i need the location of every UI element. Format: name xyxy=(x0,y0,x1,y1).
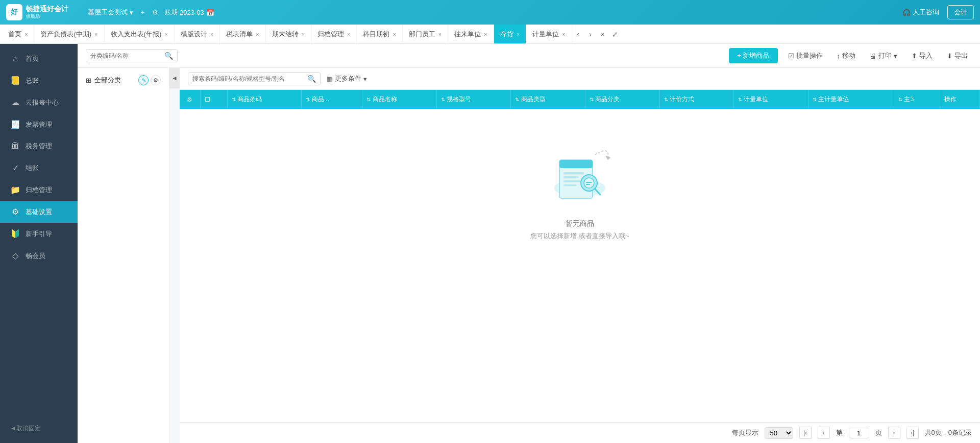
home-icon: ⌂ xyxy=(10,54,20,63)
tab-partner[interactable]: 往来单位 × xyxy=(448,25,494,44)
col-checkbox[interactable]: ☐ xyxy=(200,90,227,109)
tab-department[interactable]: 部门员工 × xyxy=(403,25,448,44)
sidebar-item-member[interactable]: ◇ 畅会员 xyxy=(0,245,78,267)
tab-bar: 首页 × 资产负债表(中期) × 收入支出表(年报) × 模版设计 × 税表清单… xyxy=(0,25,980,44)
product-search-input[interactable] xyxy=(192,75,304,82)
tab-home[interactable]: 首页 × xyxy=(2,25,34,44)
close-tab-unit[interactable]: × xyxy=(562,31,565,37)
sidebar-item-guide[interactable]: 🔰 新手引导 xyxy=(0,223,78,245)
last-page-button[interactable]: ›| xyxy=(906,427,919,439)
close-tab-period-end[interactable]: × xyxy=(302,31,305,37)
close-tab-tax[interactable]: × xyxy=(256,31,259,37)
cancel-fixed-button[interactable]: ◄取消固定 xyxy=(0,418,78,439)
col-name[interactable]: ⇅ 商品名称 xyxy=(362,90,437,109)
panel-collapse-button[interactable]: ◄ xyxy=(169,68,180,88)
tab-expand-button[interactable]: ⤢ xyxy=(609,28,621,40)
tab-template[interactable]: 模版设计 × xyxy=(175,25,220,44)
export-button[interactable]: ⬇ 导出 xyxy=(943,49,972,62)
page-number-input[interactable] xyxy=(849,428,869,438)
import-button[interactable]: ⬆ 导入 xyxy=(908,49,937,62)
close-tab-balance[interactable]: × xyxy=(94,31,97,37)
tab-balance[interactable]: 资产负债表(中期) × xyxy=(34,25,104,44)
company-selector[interactable]: 基层工会测试 ▾ xyxy=(88,8,133,17)
close-tab-inventory[interactable]: × xyxy=(517,31,520,37)
first-page-button[interactable]: |‹ xyxy=(799,427,812,439)
archive-icon: 📁 xyxy=(10,185,20,195)
ledger-icon: 📒 xyxy=(10,76,20,85)
tab-archive[interactable]: 归档管理 × xyxy=(311,25,357,44)
tab-close-all-button[interactable]: × xyxy=(597,28,609,40)
close-tab-template[interactable]: × xyxy=(210,31,213,37)
category-edit-button[interactable]: ✎ xyxy=(138,75,149,85)
page-size-select[interactable]: 50 10 20 100 xyxy=(765,427,793,439)
print-icon: 🖨 xyxy=(870,52,876,60)
add-tab-button[interactable]: ＋ xyxy=(139,8,146,17)
category-settings-button[interactable]: ⚙ xyxy=(151,75,161,85)
add-product-button[interactable]: + 新增商品 xyxy=(729,48,777,63)
batch-icon: ☑ xyxy=(788,52,794,60)
product-search-box[interactable]: 🔍 xyxy=(188,72,321,85)
dropdown-icon: ▾ xyxy=(363,75,367,83)
prev-page-button[interactable]: ‹ xyxy=(818,427,830,439)
close-tab-home[interactable]: × xyxy=(24,31,28,37)
sidebar-item-archive[interactable]: 📁 归档管理 xyxy=(0,179,78,201)
product-search-icon[interactable]: 🔍 xyxy=(307,75,316,83)
product-table: ⚙ ☐ ⇅ 商品条码 ⇅ 商品... ⇅ 商品名称 ⇅ 规格型号 ⇅ 商品类型 … xyxy=(180,90,980,109)
col-unit[interactable]: ⇅ 计量单位 xyxy=(734,90,808,109)
col-spec[interactable]: ⇅ 规格型号 xyxy=(436,90,511,109)
product-table-wrapper: ⚙ ☐ ⇅ 商品条码 ⇅ 商品... ⇅ 商品名称 ⇅ 规格型号 ⇅ 商品类型 … xyxy=(180,90,980,422)
sidebar-label-archive: 归档管理 xyxy=(26,185,52,195)
page-size-label: 每页显示 xyxy=(732,428,758,437)
help-button[interactable]: 🎧 人工咨询 xyxy=(902,8,939,17)
tab-prev-button[interactable]: ‹ xyxy=(572,28,584,40)
col-extra[interactable]: ⇅ 主3 xyxy=(894,90,940,109)
print-button[interactable]: 🖨 打印 ▾ xyxy=(866,49,901,62)
app-title: 畅捷通好会计 xyxy=(26,5,68,13)
sidebar-label-member: 畅会员 xyxy=(26,251,45,261)
close-tab-income[interactable]: × xyxy=(164,31,167,37)
empty-state: 暂无商品 您可以选择新增,或者直接导入哦~ xyxy=(180,109,980,271)
account-button[interactable]: 会计 xyxy=(947,5,974,19)
col-code[interactable]: ⇅ 商品... xyxy=(302,90,362,109)
close-tab-subject[interactable]: × xyxy=(393,31,396,37)
close-tab-partner[interactable]: × xyxy=(484,31,487,37)
col-type[interactable]: ⇅ 商品类型 xyxy=(511,90,585,109)
move-button[interactable]: ↕ 移动 xyxy=(833,49,860,62)
category-search-icon[interactable]: 🔍 xyxy=(164,52,173,60)
sidebar-item-close[interactable]: ✓ 结账 xyxy=(0,157,78,179)
more-conditions-button[interactable]: ▦ 更多条件 ▾ xyxy=(327,74,367,83)
sidebar-item-home[interactable]: ⌂ 首页 xyxy=(0,48,78,69)
sidebar-item-basic[interactable]: ⚙ 基础设置 xyxy=(0,201,78,223)
col-category[interactable]: ⇅ 商品分类 xyxy=(585,90,659,109)
tab-next-button[interactable]: › xyxy=(584,28,597,40)
sidebar-item-report[interactable]: ☁ 云报表中心 xyxy=(0,91,78,113)
col-main-unit[interactable]: ⇅ 主计量单位 xyxy=(808,90,894,109)
next-page-button[interactable]: › xyxy=(888,427,900,439)
col-settings[interactable]: ⚙ xyxy=(180,90,200,109)
tab-subject[interactable]: 科目期初 × xyxy=(357,25,402,44)
sidebar-label-home: 首页 xyxy=(26,54,39,63)
close-tab-archive[interactable]: × xyxy=(347,31,350,37)
close-tab-department[interactable]: × xyxy=(438,31,442,37)
col-barcode[interactable]: ⇅ 商品条码 xyxy=(227,90,302,109)
settings-button[interactable]: ⚙ xyxy=(152,9,158,16)
all-categories-item[interactable]: ⊞ 全部分类 ✎ ⚙ xyxy=(82,72,165,88)
sidebar-item-ledger[interactable]: 📒 总账 xyxy=(0,69,78,91)
tab-tax[interactable]: 税表清单 × xyxy=(220,25,265,44)
content-area: 🔍 + 新增商品 ☑ 批量操作 ↕ 移动 🖨 打印 ▾ ⬆ 导入 xyxy=(78,44,980,443)
sidebar-item-tax[interactable]: 🏛 税务管理 xyxy=(0,135,78,157)
tab-inventory[interactable]: 存货 × xyxy=(494,25,526,44)
category-search-box[interactable]: 🔍 xyxy=(86,49,178,62)
sidebar-item-invoice[interactable]: 🧾 发票管理 xyxy=(0,113,78,135)
col-price-method[interactable]: ⇅ 计价方式 xyxy=(659,90,734,109)
page-label-prefix: 第 xyxy=(836,428,843,437)
batch-operation-button[interactable]: ☑ 批量操作 xyxy=(784,49,827,62)
tab-period-end[interactable]: 期末结转 × xyxy=(266,25,311,44)
tab-income[interactable]: 收入支出表(年报) × xyxy=(105,25,175,44)
svg-rect-5 xyxy=(564,176,579,178)
top-header: 好 畅捷通好会计 旗舰版 基层工会测试 ▾ ＋ ⚙ 账期 2023-03 📅 🎧… xyxy=(0,0,980,25)
category-search-input[interactable] xyxy=(90,52,161,59)
col-action: 操作 xyxy=(940,90,979,109)
all-categories-label: 全部分类 xyxy=(94,76,121,85)
tab-unit[interactable]: 计量单位 × xyxy=(526,25,572,44)
